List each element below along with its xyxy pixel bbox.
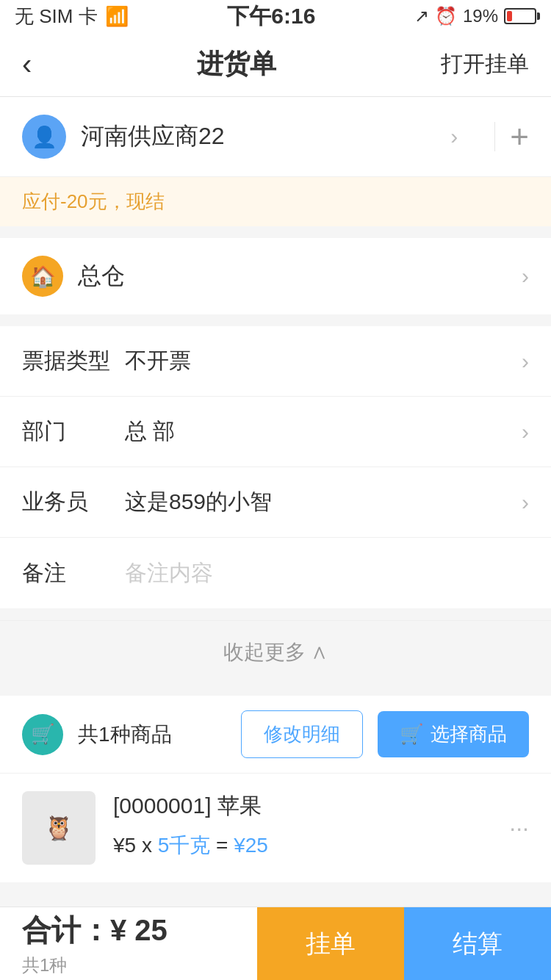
form-section: 票据类型 不开票 › 部门 总 部 › 业务员 这是859的小智 › 备注 备注… (0, 326, 551, 608)
content-area: 👤 河南供应商22 › + 应付-20元，现结 🏠 总仓 › 票据类型 不开票 … (0, 97, 551, 975)
invoice-type-row[interactable]: 票据类型 不开票 › (0, 326, 551, 397)
select-product-button[interactable]: 🛒 选择商品 (378, 711, 529, 757)
product-more-button[interactable]: ··· (509, 815, 529, 842)
product-equals: = (210, 834, 234, 857)
invoice-type-value: 不开票 (125, 346, 522, 376)
footer-total-sub: 共1种 (22, 954, 235, 977)
hold-button[interactable]: 挂单 (257, 907, 404, 980)
battery-indicator (504, 8, 536, 24)
salesperson-value: 这是859的小智 (125, 487, 522, 517)
status-left: 无 SIM 卡 📶 (15, 4, 129, 29)
remark-row[interactable]: 备注 备注内容 (0, 538, 551, 608)
product-item: 🦉 [0000001] 苹果 ¥5 x 5千克 = ¥25 ··· (0, 774, 551, 882)
supplier-arrow-icon: › (450, 124, 458, 149)
footer: 合计：¥ 25 共1种 挂单 结算 (0, 907, 551, 980)
edit-detail-button[interactable]: 修改明细 (241, 710, 363, 758)
department-arrow-icon: › (522, 419, 529, 444)
invoice-type-arrow-icon: › (522, 349, 529, 374)
status-time: 下午6:16 (227, 1, 315, 32)
product-code: [0000001] 苹果 (113, 793, 262, 818)
salesperson-row[interactable]: 业务员 这是859的小智 › (0, 467, 551, 538)
product-total: ¥25 (234, 834, 268, 857)
cart-icon: 🛒 (31, 723, 54, 746)
product-info: [0000001] 苹果 ¥5 x 5千克 = ¥25 (113, 791, 491, 860)
products-icon: 🛒 (22, 714, 63, 755)
supplier-section: 👤 河南供应商22 › + 应付-20元，现结 (0, 97, 551, 226)
product-unit-price: ¥5 x (113, 834, 158, 857)
products-count: 共1种商品 (78, 721, 226, 749)
collapse-label: 收起更多 ∧ (223, 641, 328, 663)
collapse-bar[interactable]: 收起更多 ∧ (0, 620, 551, 684)
remark-placeholder: 备注内容 (125, 558, 529, 588)
battery-fill (507, 11, 512, 21)
warehouse-section: 🏠 总仓 › (0, 238, 551, 314)
department-value: 总 部 (125, 417, 522, 447)
products-section: 🛒 共1种商品 修改明细 🛒 选择商品 🦉 [0000001] 苹果 ¥5 x … (0, 696, 551, 882)
battery-percent: 19% (463, 6, 498, 26)
notice-text: 应付-20元，现结 (22, 190, 165, 212)
warehouse-row[interactable]: 🏠 总仓 › (0, 238, 551, 314)
back-button[interactable]: ‹ (22, 48, 32, 81)
invoice-type-label: 票据类型 (22, 346, 125, 376)
add-supplier-button[interactable]: + (510, 118, 529, 155)
pay-button[interactable]: 结算 (404, 907, 551, 980)
supplier-name: 河南供应商22 (81, 120, 450, 153)
product-name: [0000001] 苹果 (113, 791, 491, 821)
nav-bar: ‹ 进货单 打开挂单 (0, 32, 551, 97)
open-hold-button[interactable]: 打开挂单 (441, 49, 529, 79)
warehouse-name: 总仓 (78, 260, 522, 292)
product-owl-logo: 🦉 (44, 814, 73, 842)
department-label: 部门 (22, 417, 125, 447)
avatar-icon: 👤 (32, 125, 57, 149)
supplier-row[interactable]: 👤 河南供应商22 › + (0, 97, 551, 177)
status-bar: 无 SIM 卡 📶 下午6:16 ↗ ⏰ 19% (0, 0, 551, 32)
product-qty: 5千克 (158, 834, 211, 857)
footer-total-amount: ¥ 25 (110, 914, 168, 946)
alarm-icon: ⏰ (435, 6, 457, 26)
department-row[interactable]: 部门 总 部 › (0, 397, 551, 467)
location-icon: ↗ (414, 6, 429, 26)
footer-total: 合计：¥ 25 共1种 (0, 907, 257, 980)
notice-bar: 应付-20元，现结 (0, 177, 551, 226)
salesperson-arrow-icon: › (522, 490, 529, 515)
page-title: 进货单 (197, 46, 276, 82)
warehouse-arrow-icon: › (522, 264, 529, 289)
carrier-text: 无 SIM 卡 (15, 4, 98, 29)
wifi-icon: 📶 (105, 5, 129, 28)
supplier-avatar: 👤 (22, 115, 66, 159)
status-right: ↗ ⏰ 19% (414, 6, 536, 26)
product-price: ¥5 x 5千克 = ¥25 (113, 832, 491, 860)
remark-label: 备注 (22, 558, 125, 588)
salesperson-label: 业务员 (22, 487, 125, 517)
product-thumbnail: 🦉 (22, 791, 96, 865)
select-product-label: 选择商品 (431, 721, 507, 747)
warehouse-icon: 🏠 (22, 256, 63, 297)
divider (494, 122, 495, 151)
select-product-icon: 🛒 (400, 723, 423, 746)
products-header: 🛒 共1种商品 修改明细 🛒 选择商品 (0, 696, 551, 774)
footer-total-main: 合计：¥ 25 (22, 910, 235, 951)
footer-total-label: 合计： (22, 914, 110, 946)
